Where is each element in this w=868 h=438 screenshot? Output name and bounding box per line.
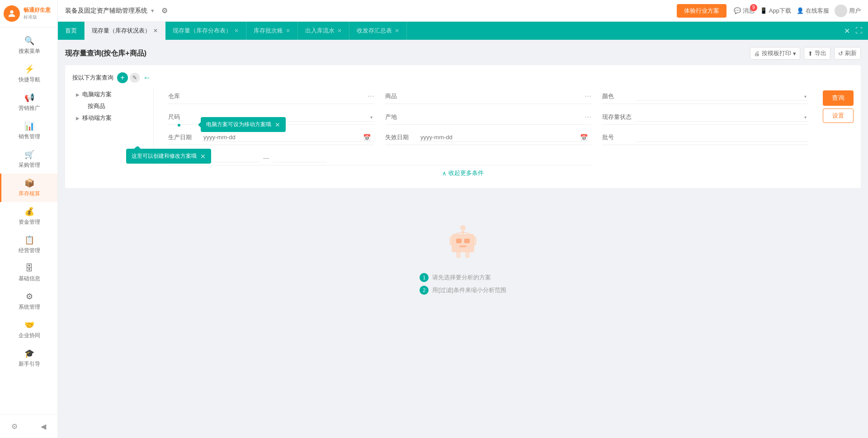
scheme-pc-parent[interactable]: ▶ 电脑端方案 bbox=[72, 89, 150, 100]
produce-date-calendar-icon[interactable]: 📅 bbox=[363, 134, 371, 141]
batch-input[interactable] bbox=[636, 133, 808, 142]
tab-close-summary[interactable]: ✕ bbox=[395, 28, 399, 34]
tab-close-flow[interactable]: ✕ bbox=[337, 28, 342, 34]
expire-date-calendar-icon[interactable]: 📅 bbox=[580, 134, 588, 141]
tab-close-inventory-status[interactable]: ✕ bbox=[153, 28, 158, 34]
export-button[interactable]: ⬆ 导出 bbox=[804, 47, 830, 60]
sidebar-item-finance[interactable]: 💰 资金管理 bbox=[0, 202, 57, 231]
field-product: 商品 ··· bbox=[385, 89, 591, 104]
field-label-color: 颜色 bbox=[602, 92, 634, 100]
edit-tooltip-close[interactable]: ✕ bbox=[200, 153, 206, 160]
sidebar-settings-button[interactable]: ⚙ bbox=[8, 420, 21, 433]
tooltip-arrow-left bbox=[196, 122, 201, 127]
filter-panel: 按以下方案查询 + ✎ ← bbox=[65, 65, 861, 188]
sidebar-item-purchase[interactable]: 🛒 采购管理 bbox=[0, 145, 57, 174]
expire-date-input[interactable] bbox=[419, 133, 591, 142]
product-dots[interactable]: ··· bbox=[585, 91, 591, 101]
refresh-button[interactable]: ↺ 刷新 bbox=[834, 47, 861, 60]
field-stock-status: 现存量状态 ▾ bbox=[602, 110, 808, 125]
inventory-icon: 📦 bbox=[24, 178, 34, 188]
svg-rect-1 bbox=[452, 234, 474, 252]
color-select[interactable] bbox=[636, 92, 808, 101]
edit-scheme-button[interactable]: ✎ bbox=[130, 73, 140, 83]
svg-rect-5 bbox=[449, 236, 453, 245]
tab-close-dist[interactable]: ✕ bbox=[234, 28, 239, 34]
tab-home[interactable]: 首页 bbox=[58, 22, 85, 40]
system-title: 装备及固定资产辅助管理系统 bbox=[65, 7, 147, 15]
svg-rect-3 bbox=[464, 239, 470, 243]
svg-rect-8 bbox=[465, 251, 470, 258]
app-download-button[interactable]: 📱 App下载 bbox=[760, 7, 791, 15]
step-1-text: 请先选择要分析的方案 bbox=[432, 273, 491, 282]
system-icon: ⚙ bbox=[26, 292, 33, 301]
online-service-button[interactable]: 👤 在线客服 bbox=[797, 7, 829, 15]
finance-icon: 💰 bbox=[24, 207, 34, 217]
sidebar-item-operations[interactable]: 📋 经营管理 bbox=[0, 231, 57, 259]
experience-btn[interactable]: 体验行业方案 bbox=[677, 4, 726, 18]
print-template-button[interactable]: 🖨 按模板打印 ▾ bbox=[750, 47, 800, 60]
collab-icon: 🤝 bbox=[24, 320, 34, 330]
sidebar-item-guide[interactable]: 🎓 新手引导 bbox=[0, 344, 57, 372]
tab-bar-end: ✕ ⛶ bbox=[842, 25, 868, 37]
sidebar-item-quicknav[interactable]: ⚡ 快捷导航 bbox=[0, 60, 57, 88]
scheme-label: 电脑端方案 bbox=[82, 90, 112, 99]
sidebar-item-label: 销售管理 bbox=[19, 133, 40, 141]
sidebar-item-sales[interactable]: 📊 销售管理 bbox=[0, 117, 57, 145]
stock-qty-max-input[interactable] bbox=[273, 153, 327, 162]
field-origin: 产地 ··· bbox=[385, 109, 591, 125]
tab-inventory-dist[interactable]: 现存量（库存分布表） ✕ bbox=[165, 22, 246, 40]
add-scheme-button[interactable]: + bbox=[117, 72, 128, 83]
sidebar-item-search[interactable]: 🔍 搜索菜单 bbox=[0, 31, 57, 60]
collapse-bar[interactable]: ∧ 收起更多条件 bbox=[72, 165, 854, 181]
tab-close-all-button[interactable]: ✕ bbox=[842, 25, 852, 37]
tab-maximize-button[interactable]: ⛶ bbox=[854, 25, 864, 37]
back-scheme-button[interactable]: ← bbox=[142, 72, 152, 83]
svg-rect-10 bbox=[462, 231, 464, 234]
print-dropdown-icon: ▾ bbox=[793, 50, 796, 57]
step-2-text: 用[过滤]条件来缩小分析范围 bbox=[432, 286, 506, 294]
search-button[interactable]: 查询 bbox=[823, 90, 854, 106]
sidebar: 畅通好生意 标准版 🔍 搜索菜单 ⚡ 快捷导航 📢 营销推广 📊 销售管理 bbox=[0, 0, 58, 438]
stock-status-select[interactable] bbox=[636, 113, 808, 122]
expire-date-wrapper: 📅 bbox=[419, 133, 591, 142]
scheme-tooltip-popup: 电脑方案可设为移动方案哦 ✕ bbox=[201, 117, 286, 132]
tab-label: 收发存汇总表 bbox=[357, 27, 392, 35]
user-menu[interactable]: 用户 bbox=[835, 5, 861, 17]
scheme-mobile-parent[interactable]: ▶ 移动端方案 bbox=[72, 112, 150, 124]
empty-steps: 1 请先选择要分析的方案 2 用[过滤]条件来缩小分析范围 bbox=[420, 273, 506, 298]
tab-summary[interactable]: 收发存汇总表 ✕ bbox=[349, 22, 407, 40]
filter-header-actions: + ✎ ← bbox=[117, 72, 152, 83]
sidebar-item-collab[interactable]: 🤝 企业协同 bbox=[0, 316, 57, 344]
field-label-product: 商品 bbox=[385, 92, 417, 100]
settings-button[interactable]: ⚙ bbox=[161, 6, 168, 15]
tab-inventory-status[interactable]: 现存量（库存状况表） ✕ bbox=[85, 22, 165, 40]
sidebar-item-marketing[interactable]: 📢 营销推广 bbox=[0, 88, 57, 117]
step-2-num: 2 bbox=[420, 286, 429, 295]
stock-status-select-wrapper: ▾ bbox=[636, 113, 808, 122]
tooltip-arrow-up bbox=[134, 144, 139, 149]
warehouse-dots[interactable]: ··· bbox=[368, 91, 374, 101]
edit-tooltip-text: 这里可以创建和修改方案哦 bbox=[132, 152, 197, 160]
tab-label: 出入库流水 bbox=[305, 27, 335, 35]
produce-date-input[interactable] bbox=[202, 133, 374, 142]
system-dropdown-icon[interactable]: ▾ bbox=[151, 7, 154, 14]
user-avatar bbox=[835, 5, 847, 17]
sidebar-item-inventory[interactable]: 📦 库存核算 bbox=[0, 174, 57, 202]
color-select-wrapper: ▾ bbox=[636, 92, 808, 101]
logo-badge: 标准版 bbox=[24, 14, 51, 20]
scheme-tooltip-close[interactable]: ✕ bbox=[275, 121, 280, 128]
empty-state: 1 请先选择要分析的方案 2 用[过滤]条件来缩小分析范围 bbox=[65, 193, 861, 325]
origin-dots[interactable]: ··· bbox=[585, 112, 591, 122]
svg-point-0 bbox=[10, 10, 13, 14]
tab-close-batch[interactable]: ✕ bbox=[286, 28, 290, 34]
tab-batch-account[interactable]: 库存批次账 ✕ bbox=[246, 22, 298, 40]
message-button[interactable]: 💬 消息 9 bbox=[734, 7, 755, 15]
refresh-label: 刷新 bbox=[845, 49, 857, 57]
scheme-by-product[interactable]: 按商品 bbox=[72, 100, 150, 112]
stock-qty-min-input[interactable] bbox=[205, 153, 259, 162]
tab-inout-flow[interactable]: 出入库流水 ✕ bbox=[298, 22, 349, 40]
reset-button[interactable]: 设置 bbox=[823, 108, 854, 123]
sidebar-collapse-button[interactable]: ◀ bbox=[37, 420, 50, 433]
sidebar-item-basic-info[interactable]: 🗄 基础信息 bbox=[0, 259, 57, 287]
sidebar-item-system[interactable]: ⚙ 系统管理 bbox=[0, 287, 57, 316]
